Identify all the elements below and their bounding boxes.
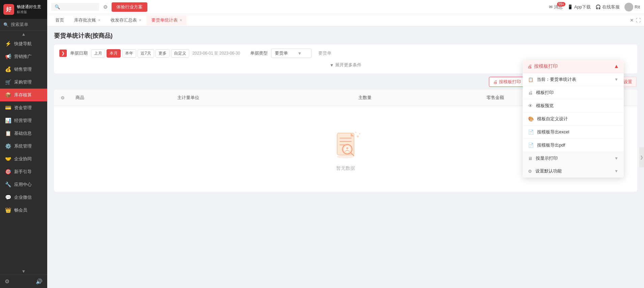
sidebar-scroll-up[interactable]: ▲ [0,31,47,37]
date-btn-current-month[interactable]: 本月 [107,49,121,58]
tab-inventory-batch-close[interactable]: × [98,18,100,23]
quick-nav-label: 快捷导航 [14,41,32,47]
export-excel-label: 按模板导出excel [537,129,569,135]
sidebar-item-basic[interactable]: 📋基础信息 [0,127,47,140]
system-label: 系统管理 [14,143,32,149]
operations-icon: 📊 [5,118,11,124]
template-export-pdf-item[interactable]: 📄 按模板导出pdf [523,139,624,152]
template-preview-icon: 👁 [528,103,533,108]
date-btn-current-year[interactable]: 本年 [122,49,136,58]
tabs-expand-icon[interactable]: ⛶ [636,18,641,23]
empty-state-icon [329,126,362,160]
display-print-item[interactable]: 🖥 按显示打印 ▼ [523,152,624,165]
display-print-label: 按显示打印 [536,155,558,161]
tab-order-summary[interactable]: 要货单统计表 × [147,15,187,25]
topbar-search-icon: 🔍 [55,4,60,9]
topbar-search-box[interactable]: 🔍 [51,3,99,11]
print-dropdown-title: 🖨 按模板打印 [527,63,558,69]
tabs-close-all-icon[interactable]: ✕ [630,18,634,23]
set-default-label: 设置默认功能 [535,168,562,174]
tab-order-summary-close[interactable]: × [180,18,182,23]
template-preview-item[interactable]: 👁 模板预览 [523,99,624,113]
print-dropdown-title-icon: 🖨 [527,64,532,69]
expand-more-label: 展开更多条件 [335,62,361,68]
sidebar-scroll-down[interactable]: ▼ [0,268,47,275]
current-template-item[interactable]: 📋 当前：要货单统计表 ▼ [523,73,624,86]
select-arrow-icon: ▼ [297,51,302,56]
svg-point-0 [337,155,354,158]
app-download-btn[interactable]: 📱 App下载 [567,4,591,10]
trial-btn[interactable]: 体验行业方案 [112,2,147,12]
print-dropdown-close-icon[interactable]: ▲ [614,63,619,69]
sidebar-item-apps[interactable]: 🔧应用中心 [0,178,47,191]
tab-receipt-summary-close[interactable]: × [139,18,141,23]
wechat-icon: 💬 [5,194,11,200]
online-service-btn[interactable]: 🎧 在线客服 [595,4,620,10]
svg-point-9 [357,135,359,137]
template-design-item[interactable]: 🎨 模板自定义设计 [523,113,624,126]
tab-order-summary-label: 要货单统计表 [151,17,178,23]
sidebar-item-system[interactable]: ⚙️系统管理 [0,140,47,153]
topbar-gear-icon[interactable]: ⚙ [103,4,108,10]
set-default-item[interactable]: ⚙ 设置默认功能 ▼ [523,165,624,178]
col-goods: 商品 [71,90,173,106]
messages-btn[interactable]: ✉ 消息 99+ [549,4,563,10]
quick-nav-icon: ⚡ [5,41,11,47]
apps-icon: 🔧 [5,182,11,188]
print-btn-label: 按模板打印 [499,79,521,85]
username-label: Rit [635,4,640,9]
date-btn-last-7-days[interactable]: 近7天 [138,49,154,58]
sidebar-item-sales[interactable]: 💰销售管理 [0,63,47,76]
tab-home-label: 首页 [55,17,64,23]
set-default-arrow: ▼ [614,169,618,173]
sidebar-item-purchase[interactable]: 🛒采购管理 [0,76,47,89]
sidebar-item-operations[interactable]: 📊经营管理 [0,114,47,127]
apps-label: 应用中心 [14,182,32,188]
purchase-label: 采购管理 [14,79,32,85]
side-collapse-handle[interactable]: ❯ [639,147,644,167]
sidebar-item-marketing[interactable]: 📢营销推广 [0,50,47,63]
tab-home[interactable]: 首页 [51,15,69,25]
topbar-right: ✉ 消息 99+ 📱 App下载 🎧 在线客服 Rit [549,3,640,11]
user-avatar-btn[interactable]: Rit [624,3,640,11]
order-goods-label: 要货单 [275,50,288,56]
table-settings-icon[interactable]: ⚙ [58,93,67,102]
sidebar-item-inventory[interactable]: 📦库存核算 [0,89,47,101]
avatar [624,3,633,11]
order-type-label: 单据类型 [250,50,268,56]
date-btn-more[interactable]: 更多 [155,49,170,58]
print-dropdown-header: 🖨 按模板打印 ▲ [523,60,624,73]
sidebar-item-quick-nav[interactable]: ⚡快捷导航 [0,37,47,50]
template-design-inner: 🎨 模板自定义设计 [528,116,568,122]
expand-more-btn[interactable]: ▼ 展开更多条件 [324,61,367,69]
system-icon: ⚙️ [5,143,11,149]
sidebar-item-newbie[interactable]: 🎯新手引导 [0,165,47,178]
empty-text: 暂无数据 [336,165,355,171]
audio-icon[interactable]: 🔊 [36,278,42,285]
template-export-excel-item[interactable]: 📄 按模板导出excel [523,126,624,139]
settings-icon[interactable]: ⚙ [5,278,9,285]
search-menu-item[interactable]: 🔍 搜索菜单 [0,19,47,31]
date-range-text: 2023-06-01 至 2023-06-30 [193,51,240,56]
service-icon: 🎧 [595,4,601,9]
inventory-label: 库存核算 [14,92,32,98]
filter-expand-arrow[interactable]: ❯ [59,50,67,57]
template-print-item[interactable]: 🖨 模板打印 [523,86,624,99]
sidebar-item-wechat[interactable]: 💬企业微信 [0,191,47,204]
template-design-label: 模板自定义设计 [537,116,568,122]
tab-inventory-batch[interactable]: 库存批次账 × [69,15,105,25]
sidebar-item-member[interactable]: 👑畅会员 [0,204,47,217]
set-default-inner: ⚙ 设置默认功能 [528,168,562,174]
col-settings[interactable]: ⚙ [54,90,71,106]
order-type-select[interactable]: 要货单 ▼ [271,49,312,58]
topbar-search-input[interactable] [62,5,96,9]
date-btn-custom[interactable]: 自定义 [171,49,189,58]
template-preview-label: 模板预览 [536,103,554,109]
sidebar-item-finance[interactable]: 💳资金管理 [0,101,47,114]
logo-icon: 好 [3,4,14,15]
col-unit: 主计量单位 [173,90,354,106]
message-icon: ✉ [549,4,553,9]
date-btn-prev-month[interactable]: 上月 [91,49,105,58]
sidebar-item-enterprise[interactable]: 🤝企业协同 [0,153,47,165]
tab-receipt-summary[interactable]: 收发存汇总表 × [106,15,146,25]
